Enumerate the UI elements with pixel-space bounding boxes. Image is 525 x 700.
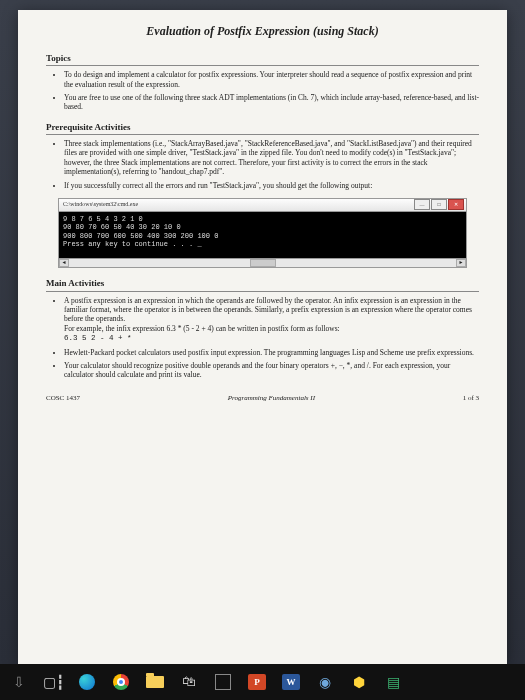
maximize-icon: □ [431,199,447,210]
console-titlebar: C:\windows\system32\cmd.exe — □ ✕ [58,198,467,211]
list-item: You are free to use one of the following… [64,93,479,112]
store-icon[interactable]: 🛍 [176,669,202,695]
powerpoint-icon[interactable]: P [244,669,270,695]
file-explorer-icon[interactable] [142,669,168,695]
topics-heading: Topics [46,53,479,66]
console-output: 9 8 7 6 5 4 3 2 1 0 90 80 70 60 50 40 30… [58,211,467,260]
window-buttons: — □ ✕ [414,199,464,210]
console-scrollbar: ◄ ► [58,259,467,268]
main-list: A postfix expression is an expression in… [46,296,479,380]
list-item: Hewlett-Packard pocket calculators used … [64,348,479,357]
edge-icon[interactable] [74,669,100,695]
task-view-icon[interactable]: ▢┇ [40,669,66,695]
console-window: C:\windows\system32\cmd.exe — □ ✕ 9 8 7 … [58,198,467,269]
list-item: If you successfully correct all the erro… [64,181,479,190]
list-item: To do design and implement a calculator … [64,70,479,89]
document-page: Evaluation of Postfix Expression (using … [18,10,507,664]
footer-title: Programming Fundamentals II [228,394,315,403]
python-icon[interactable]: ⬢ [346,669,372,695]
scroll-thumb [250,259,276,267]
list-item: A postfix expression is an expression in… [64,296,479,344]
windows-taskbar[interactable]: ⇩ ▢┇ 🛍 P W ◉ ⬢ ▤ [0,664,525,700]
steam-icon[interactable]: ◉ [312,669,338,695]
app-icon[interactable] [210,669,236,695]
main-heading: Main Activities [46,278,479,291]
prereq-heading: Prerequisite Activities [46,122,479,135]
app-icon-2[interactable]: ▤ [380,669,406,695]
photo-background: Evaluation of Postfix Expression (using … [0,0,525,664]
scroll-left-icon: ◄ [59,259,69,267]
page-number: 1 of 3 [463,394,479,403]
close-icon: ✕ [448,199,464,210]
page-footer: COSC 1437 Programming Fundamentals II 1 … [46,394,479,403]
word-icon[interactable]: W [278,669,304,695]
back-icon[interactable]: ⇩ [6,669,32,695]
list-item: Your calculator should recognize positiv… [64,361,479,380]
prereq-list: Three stack implementations (i.e., "Stac… [46,139,479,190]
doc-title: Evaluation of Postfix Expression (using … [46,24,479,39]
course-code: COSC 1437 [46,394,80,403]
topics-list: To do design and implement a calculator … [46,70,479,112]
list-item: Three stack implementations (i.e., "Stac… [64,139,479,177]
minimize-icon: — [414,199,430,210]
chrome-icon[interactable] [108,669,134,695]
console-title: C:\windows\system32\cmd.exe [63,201,138,209]
scroll-right-icon: ► [456,259,466,267]
